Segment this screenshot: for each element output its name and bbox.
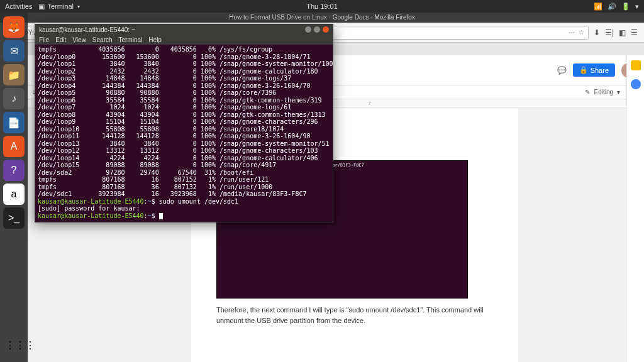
terminal-icon: ▣: [38, 3, 45, 11]
tasks-icon[interactable]: [631, 79, 641, 89]
terminal-launcher-icon[interactable]: >_: [3, 207, 25, 229]
menu-terminal[interactable]: Terminal: [119, 36, 143, 43]
network-icon[interactable]: 📶: [594, 3, 602, 11]
terminal-body[interactable]: tmpfs 4035856 0 4035856 0% /sys/fs/cgrou…: [35, 45, 333, 221]
firefox-launcher-icon[interactable]: 🦊: [3, 16, 25, 38]
clock[interactable]: Thu 19:01: [306, 3, 338, 10]
downloads-icon[interactable]: ⬇: [594, 28, 600, 37]
files-launcher-icon[interactable]: 📁: [3, 64, 25, 85]
gnome-topbar: Activities ▣ Terminal Thu 19:01 📶 🔊 🔋 ▾: [0, 0, 644, 13]
terminal-window: kausar@kausar-Latitude-E5440: ~ File Edi…: [35, 24, 333, 222]
volume-icon[interactable]: 🔊: [608, 3, 616, 11]
terminal-titlebar[interactable]: kausar@kausar-Latitude-E5440: ~: [35, 25, 333, 35]
show-applications-icon[interactable]: ⋮⋮⋮: [5, 339, 23, 357]
library-icon[interactable]: ☰|: [605, 28, 614, 37]
page-actions-icon[interactable]: ⋯: [569, 29, 575, 36]
activities-button[interactable]: Activities: [5, 3, 32, 10]
ubuntu-dock: 🦊 ✉ 📁 ♪ 📄 A ? a >_ ⋮⋮⋮: [0, 13, 28, 362]
menu-view[interactable]: View: [72, 36, 86, 43]
firefox-titlebar: How to Format USB Drive on Linux - Googl…: [0, 13, 644, 23]
help-launcher-icon[interactable]: ?: [3, 160, 25, 181]
lock-icon: 🔒: [579, 66, 588, 74]
docs-sidepanel: [626, 55, 644, 362]
power-menu-caret[interactable]: ▾: [635, 3, 639, 11]
menu-help[interactable]: Help: [148, 36, 162, 43]
menu-search[interactable]: Search: [92, 36, 113, 43]
hamburger-menu-icon[interactable]: ☰: [631, 28, 638, 37]
writer-launcher-icon[interactable]: 📄: [3, 112, 25, 133]
close-icon[interactable]: [323, 26, 329, 33]
minimize-icon[interactable]: [305, 26, 311, 33]
cursor: [159, 213, 163, 219]
battery-icon[interactable]: 🔋: [621, 3, 630, 11]
maximize-icon[interactable]: [314, 26, 320, 33]
share-button[interactable]: 🔒 Share: [573, 63, 615, 77]
keep-icon[interactable]: [631, 60, 641, 70]
chevron-down-icon: ▾: [617, 89, 620, 96]
amazon-launcher-icon[interactable]: a: [3, 184, 25, 205]
pencil-icon: ✎: [585, 89, 590, 96]
rhythmbox-launcher-icon[interactable]: ♪: [3, 88, 25, 109]
doc-body-text: Therefore, the next command I will type …: [216, 305, 493, 326]
sidebars-icon[interactable]: ◧: [619, 28, 626, 37]
menu-file[interactable]: File: [39, 36, 49, 43]
bookmark-star-icon[interactable]: ☆: [579, 29, 584, 36]
software-launcher-icon[interactable]: A: [3, 136, 25, 157]
editing-mode[interactable]: Editing: [594, 89, 613, 96]
comment-icon[interactable]: 💬: [557, 66, 567, 75]
menu-edit[interactable]: Edit: [55, 36, 66, 43]
terminal-menubar: File Edit View Search Terminal Help: [35, 35, 333, 45]
thunderbird-launcher-icon[interactable]: ✉: [3, 40, 25, 62]
terminal-title-text: kausar@kausar-Latitude-E5440: ~: [39, 26, 135, 33]
app-menu[interactable]: ▣ Terminal: [38, 3, 80, 11]
